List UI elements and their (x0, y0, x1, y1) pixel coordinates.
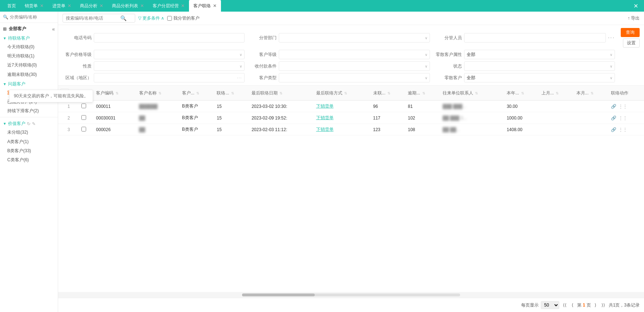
more-action-icon[interactable]: ⋮⋮ (619, 127, 627, 132)
tab-customer-contact[interactable]: 客户联络 ✕ (189, 0, 221, 12)
sidebar-item-tomorrow-pending[interactable]: 明天待联络(1) (0, 52, 58, 61)
my-customers-checkbox-label[interactable]: 我分管的客户 (167, 15, 200, 21)
sidebar-item-week-pending[interactable]: 近7天待联络(0) (0, 61, 58, 70)
scrollbar-track[interactable] (242, 293, 460, 296)
col-person[interactable]: 往来单位联系人 ⇅ (440, 86, 504, 101)
query-button[interactable]: 查询 (621, 28, 640, 37)
contact-method-link[interactable]: 下销货单 (316, 104, 334, 109)
more-action-icon[interactable]: ⋮⋮ (619, 116, 627, 121)
col-no-contact[interactable]: 未联... ⇅ (371, 86, 406, 101)
more-action-icon[interactable]: ⋮⋮ (619, 104, 627, 109)
filter-zero-cust-select[interactable]: 全部 ∨ (464, 73, 615, 82)
settings-button[interactable]: 设置 (623, 39, 640, 48)
tab-analysis[interactable]: 商品分析 ✕ (76, 0, 108, 12)
tab-home[interactable]: 首页 (3, 0, 20, 12)
tab-analysis-close[interactable]: ✕ (100, 3, 103, 8)
tab-analysis-list-close[interactable]: ✕ (140, 3, 144, 8)
filter-status-select[interactable]: ∨ (464, 61, 615, 71)
sidebar-item-c-class[interactable]: C类客户(6) (0, 155, 58, 165)
sidebar-item-b-class[interactable]: B类客户(33) (0, 146, 58, 155)
filter-region-select[interactable]: ··· (94, 73, 245, 82)
sidebar-item-ungroup[interactable]: 未分组(32) (0, 128, 58, 137)
filter-button[interactable]: ▽ 更多条件 ∧ (138, 15, 164, 21)
sidebar-item-overdue-pending[interactable]: 逾期未联络(30) (0, 70, 58, 79)
sidebar-item-a-class[interactable]: A类客户(1) (0, 137, 58, 146)
col-year[interactable]: 本年... ⇅ (504, 86, 539, 101)
cell-last-method[interactable]: 下销货单 (314, 124, 371, 135)
filter-more-1[interactable]: ··· (608, 35, 615, 41)
filter-payment-select[interactable]: ∨ (279, 61, 430, 71)
link-action-icon[interactable]: 🔗 (611, 127, 616, 132)
cell-last-method[interactable]: 下销货单 (314, 112, 371, 124)
col-this-month[interactable]: 本月... ⇅ (574, 86, 609, 101)
scrollbar-thumb[interactable] (242, 293, 315, 296)
col-code-label: 客户编码 (96, 90, 113, 96)
sidebar-item-declining[interactable]: 持续下滑客户(2) (0, 106, 58, 116)
first-page-button[interactable]: ⟨⟨ (562, 302, 568, 308)
link-action-icon[interactable]: 🔗 (611, 116, 616, 121)
row-checkbox[interactable] (81, 127, 86, 131)
my-customers-checkbox[interactable] (167, 16, 172, 21)
filter-region-more[interactable]: ··· (237, 76, 242, 80)
filter-person-select[interactable] (464, 33, 606, 42)
sidebar-item-today-pending[interactable]: 今天待联络(0) (0, 42, 58, 52)
row-checkbox[interactable] (81, 115, 86, 120)
page-num: 1 (583, 303, 585, 308)
col-last-month[interactable]: 上月... ⇅ (539, 86, 574, 101)
tab-customer-tier-close[interactable]: ✕ (181, 3, 185, 8)
action-icons[interactable]: 🔗 ⋮⋮ (611, 116, 642, 121)
tab-sales[interactable]: 销货单 ✕ (20, 0, 48, 12)
tab-purchase[interactable]: 进货单 ✕ (48, 0, 76, 12)
action-icons[interactable]: 🔗 ⋮⋮ (611, 127, 642, 132)
filter-dept-select[interactable]: ∨ (279, 33, 430, 42)
col-last-method[interactable]: 最后联络方式 ⇅ (314, 86, 371, 101)
last-page-button[interactable]: ⟩⟩ (600, 302, 607, 308)
contact-method-link[interactable]: 下销货单 (316, 127, 334, 132)
filter-cust-grade-select[interactable]: ∨ (279, 50, 430, 59)
filter-cust-type-label: 客户类型 (247, 75, 277, 81)
cell-last-method[interactable]: 下销货单 (314, 101, 371, 112)
search-button[interactable]: 🔍 (120, 15, 126, 21)
tab-customer-contact-close[interactable]: ✕ (213, 3, 217, 8)
col-overdue[interactable]: 逾期... ⇅ (406, 86, 440, 101)
edit-icon[interactable]: ✎ (32, 121, 36, 126)
tab-customer-tier[interactable]: 客户分层经营 ✕ (148, 0, 189, 12)
cell-checkbox[interactable] (79, 112, 94, 124)
filter-phone-input[interactable] (94, 33, 245, 42)
tab-sales-close[interactable]: ✕ (40, 3, 44, 8)
col-type[interactable]: 客户... ⇅ (180, 86, 215, 101)
filter-price-grade-select[interactable]: ∨ (94, 50, 245, 59)
filter-zero-attr-select[interactable]: 全部 ∨ (464, 50, 615, 59)
sidebar-group-value[interactable]: ▼ 价值客户 ↻ ✎ (0, 119, 58, 128)
per-page-select[interactable]: 50 100 200 (541, 301, 559, 309)
action-icons[interactable]: 🔗 ⋮⋮ (611, 104, 642, 109)
col-name[interactable]: 客户名称 ⇅ (137, 86, 180, 101)
cell-action[interactable]: 🔗 ⋮⋮ (609, 101, 644, 112)
row-checkbox[interactable] (81, 104, 86, 108)
search-input[interactable] (66, 16, 120, 21)
filter-cust-type-select[interactable]: ∨ (279, 73, 430, 82)
sidebar-search-input[interactable] (10, 15, 58, 20)
col-contact[interactable]: 联络... ⇅ (214, 86, 249, 101)
collapse-icon[interactable]: « (52, 26, 55, 32)
cell-action[interactable]: 🔗 ⋮⋮ (609, 124, 644, 135)
col-code[interactable]: 客户编码 ⇅ (94, 86, 137, 101)
prev-page-button[interactable]: ⟨ (570, 302, 575, 308)
next-page-button[interactable]: ⟩ (593, 302, 598, 308)
sidebar-group-problem[interactable]: ▼ 问题客户 (0, 79, 58, 88)
link-action-icon[interactable]: 🔗 (611, 104, 616, 109)
scroll-area[interactable] (58, 292, 644, 298)
window-close-button[interactable]: ✕ (631, 3, 641, 9)
export-button[interactable]: ↑ 导出 (628, 15, 640, 21)
tab-purchase-close[interactable]: ✕ (68, 3, 71, 8)
cell-checkbox[interactable] (79, 124, 94, 135)
sidebar-group-pending[interactable]: ▼ 待联络客户 (0, 33, 58, 42)
sidebar-search-icon: 🔍 (3, 15, 8, 20)
contact-method-link[interactable]: 下销货单 (316, 115, 334, 120)
tab-analysis-list[interactable]: 商品分析列表 ✕ (108, 0, 148, 12)
cell-action[interactable]: 🔗 ⋮⋮ (609, 112, 644, 124)
filter-gender-select[interactable]: ∨ (94, 61, 245, 71)
cell-year: 1408.00 (504, 124, 539, 135)
refresh-icon[interactable]: ↻ (27, 121, 31, 126)
col-last-date[interactable]: 最后联络日期 ⇅ (249, 86, 314, 101)
